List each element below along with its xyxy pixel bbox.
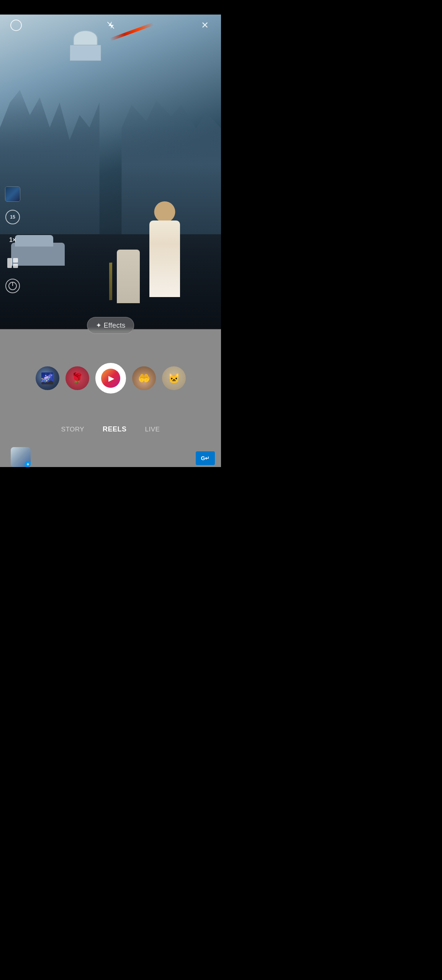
reels-center-icon: ▶ xyxy=(101,369,120,388)
countdown-button[interactable] xyxy=(5,278,21,294)
illustration-dome xyxy=(66,30,105,61)
gallery-plus-badge: + xyxy=(25,461,31,467)
illustration-person-left xyxy=(113,227,144,303)
cat-thumbnail[interactable] xyxy=(162,366,186,390)
countdown-icon xyxy=(5,279,20,293)
flowers-thumb-inner xyxy=(65,366,89,390)
flash-off-icon xyxy=(106,21,115,29)
settings-button[interactable] xyxy=(9,18,23,32)
svg-rect-2 xyxy=(13,258,18,263)
person-head xyxy=(154,201,175,222)
svg-rect-3 xyxy=(13,264,18,268)
watermark-text: G↵ xyxy=(201,455,210,461)
countdown-clock xyxy=(8,282,17,290)
watermark-box: G↵ xyxy=(196,451,215,465)
layout-button[interactable] xyxy=(5,255,21,271)
galaxy-thumb-inner xyxy=(36,366,59,390)
cat-thumb-inner xyxy=(162,366,186,390)
left-controls: 15 1× xyxy=(5,186,21,294)
watermark: G↵ xyxy=(196,451,215,465)
bottom-nav: STORY REELS LIVE xyxy=(0,422,221,440)
status-bar xyxy=(0,0,221,15)
close-button[interactable]: ✕ xyxy=(198,18,212,32)
close-icon: ✕ xyxy=(201,20,209,31)
effects-label: Effects xyxy=(104,322,126,330)
gallery-thumbnail xyxy=(5,186,20,202)
phone-wrapper: ✕ 15 1× xyxy=(0,0,221,490)
illustration-person-right xyxy=(142,190,188,297)
effects-star-icon: ✦ xyxy=(96,321,101,330)
effects-button[interactable]: ✦ Effects xyxy=(87,317,134,334)
timer-value: 15 xyxy=(10,214,15,220)
person-left-body xyxy=(117,250,140,303)
zoom-value: 1× xyxy=(5,233,20,247)
reels-play-icon: ▶ xyxy=(108,374,114,383)
nav-reels[interactable]: REELS xyxy=(101,422,128,436)
bottom-action-bar: + xyxy=(0,447,221,467)
thumbnails-row: ▶ xyxy=(0,363,221,394)
person-body xyxy=(149,220,180,297)
bottom-bar xyxy=(0,467,221,490)
settings-icon xyxy=(10,20,22,31)
spacer xyxy=(101,447,121,467)
zoom-button[interactable]: 1× xyxy=(5,232,21,248)
flowers-thumbnail[interactable] xyxy=(65,366,89,390)
timer-button[interactable]: 15 xyxy=(5,209,21,225)
camera-viewfinder xyxy=(0,15,221,328)
timer-icon: 15 xyxy=(5,210,20,224)
layout-grid-icon xyxy=(7,258,18,268)
nav-story[interactable]: STORY xyxy=(60,423,86,436)
gallery-button[interactable] xyxy=(5,186,21,202)
layout-icon xyxy=(5,256,20,270)
hands-thumb-inner xyxy=(132,366,156,390)
nav-live[interactable]: LIVE xyxy=(144,423,162,436)
gallery-preview-button[interactable]: + xyxy=(11,447,31,467)
reels-capture-button[interactable]: ▶ xyxy=(95,363,126,394)
hands-thumbnail[interactable] xyxy=(132,366,156,390)
top-controls: ✕ xyxy=(0,18,221,32)
svg-rect-1 xyxy=(7,258,12,268)
gallery-thumb-inner xyxy=(5,187,20,201)
flash-button[interactable] xyxy=(104,18,118,32)
galaxy-thumbnail[interactable] xyxy=(36,366,59,390)
camera-bg xyxy=(0,15,221,328)
